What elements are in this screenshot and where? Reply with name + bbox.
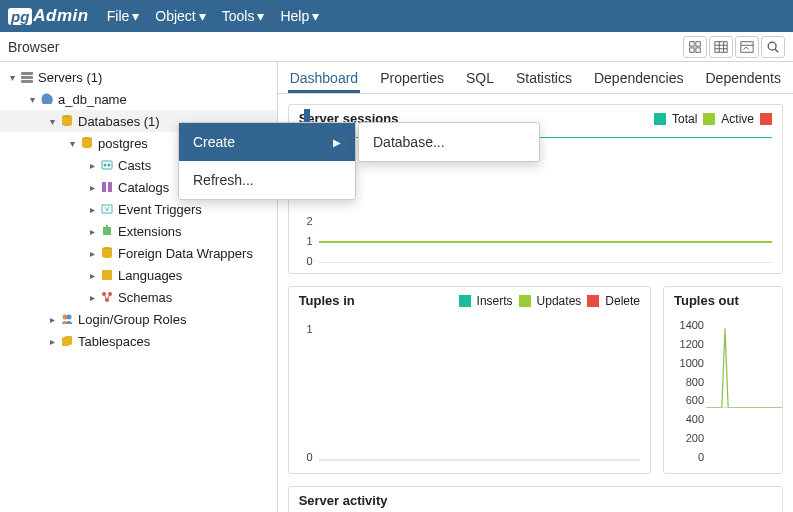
ctx-database[interactable]: Database... <box>359 123 539 161</box>
expand-icon: ▸ <box>86 270 98 281</box>
ytick: 800 <box>670 376 704 388</box>
svg-rect-15 <box>21 80 33 83</box>
event-triggers-icon <box>98 202 116 216</box>
tuples-out-plot <box>706 319 782 408</box>
expand-icon: ▸ <box>86 160 98 171</box>
ytick: 1 <box>297 323 313 335</box>
legend-updates-swatch <box>519 295 531 307</box>
tree-schemas[interactable]: ▸Schemas <box>0 286 277 308</box>
tool-grid-icon[interactable] <box>709 36 733 58</box>
browser-toolbar <box>683 36 785 58</box>
expand-icon: ▸ <box>86 248 98 259</box>
svg-rect-27 <box>102 270 112 280</box>
context-menu: Create ▶ Refresh... <box>178 122 356 200</box>
ytick: 200 <box>670 432 704 444</box>
legend-inserts-swatch <box>459 295 471 307</box>
collapse-icon: ▾ <box>6 72 18 83</box>
sessions-legend: Total Active <box>654 112 772 126</box>
tablespaces-icon <box>58 334 76 348</box>
ytick: 1200 <box>670 338 704 350</box>
svg-rect-24 <box>103 227 111 235</box>
panel-tuples-in: Tuples in Inserts Updates Delete 1 0 <box>288 286 651 474</box>
tool-search-icon[interactable] <box>761 36 785 58</box>
tab-properties[interactable]: Properties <box>378 63 446 93</box>
database-icon <box>58 114 76 128</box>
tree-extensions[interactable]: ▸Extensions <box>0 220 277 242</box>
panel-title: Tuples out <box>674 293 739 308</box>
expand-icon: ▸ <box>86 204 98 215</box>
tree-login-roles[interactable]: ▸Login/Group Roles <box>0 308 277 330</box>
chevron-down-icon: ▾ <box>257 8 264 24</box>
svg-rect-0 <box>690 41 694 45</box>
menu-tools[interactable]: Tools▾ <box>222 8 265 24</box>
tuples-in-legend: Inserts Updates Delete <box>459 294 640 308</box>
catalogs-icon <box>98 180 116 194</box>
tree-fdw[interactable]: ▸Foreign Data Wrappers <box>0 242 277 264</box>
fdw-icon <box>98 246 116 260</box>
svg-rect-2 <box>690 47 694 51</box>
menu-object[interactable]: Object▾ <box>155 8 205 24</box>
svg-rect-13 <box>21 72 33 75</box>
legend-total-swatch <box>654 113 666 125</box>
ytick: 1 <box>297 235 313 247</box>
tool-properties-icon[interactable] <box>683 36 707 58</box>
tab-dependencies[interactable]: Dependencies <box>592 63 686 93</box>
expand-icon: ▸ <box>86 182 98 193</box>
svg-point-19 <box>104 164 107 167</box>
collapse-icon: ▾ <box>46 116 58 127</box>
ytick: 0 <box>670 451 704 463</box>
tab-statistics[interactable]: Statistics <box>514 63 574 93</box>
logo-badge: pg <box>8 8 32 25</box>
languages-icon <box>98 268 116 282</box>
svg-rect-9 <box>741 41 753 52</box>
extensions-icon <box>98 224 116 238</box>
menubar: pg Admin File▾ Object▾ Tools▾ Help▾ <box>0 0 793 32</box>
login-roles-icon <box>58 312 76 326</box>
tree-event-triggers[interactable]: ▸Event Triggers <box>0 198 277 220</box>
svg-point-34 <box>67 315 72 320</box>
elephant-icon <box>38 92 56 106</box>
ctx-create[interactable]: Create ▶ <box>179 123 355 161</box>
ytick: 1000 <box>670 357 704 369</box>
svg-point-20 <box>108 164 111 167</box>
browser-title: Browser <box>8 39 59 55</box>
legend-red-swatch <box>760 113 772 125</box>
ctx-refresh[interactable]: Refresh... <box>179 161 355 199</box>
menu-file[interactable]: File▾ <box>107 8 140 24</box>
tab-dashboard[interactable]: Dashboard <box>288 63 361 93</box>
panel-server-activity: Server activity <box>288 486 783 512</box>
context-submenu: Database... <box>358 122 540 162</box>
svg-rect-25 <box>106 225 108 228</box>
svg-rect-21 <box>102 182 106 192</box>
ytick: 0 <box>297 451 313 463</box>
server-group-icon <box>18 70 36 84</box>
expand-icon: ▸ <box>46 336 58 347</box>
chevron-down-icon: ▾ <box>132 8 139 24</box>
collapse-icon: ▾ <box>66 138 78 149</box>
tree-tablespaces[interactable]: ▸Tablespaces <box>0 330 277 352</box>
logo-text: Admin <box>33 6 88 26</box>
schemas-icon <box>98 290 116 304</box>
svg-rect-14 <box>21 76 33 79</box>
tab-sql[interactable]: SQL <box>464 63 496 93</box>
expand-icon: ▸ <box>86 226 98 237</box>
ytick: 2 <box>297 215 313 227</box>
tree-server[interactable]: ▾a_db_name <box>0 88 277 110</box>
tree-servers[interactable]: ▾Servers (1) <box>0 66 277 88</box>
app-logo: pg Admin <box>8 6 89 26</box>
ytick: 600 <box>670 394 704 406</box>
ytick: 1400 <box>670 319 704 331</box>
tool-filter-icon[interactable] <box>735 36 759 58</box>
tab-dependents[interactable]: Dependents <box>703 63 783 93</box>
legend-active-swatch <box>703 113 715 125</box>
browser-header: Browser <box>0 32 793 62</box>
svg-rect-3 <box>696 47 700 51</box>
panel-title: Server activity <box>299 493 388 508</box>
database-icon <box>78 136 96 150</box>
casts-icon <box>98 158 116 172</box>
panel-title: Tuples in <box>299 293 355 308</box>
chevron-down-icon: ▾ <box>312 8 319 24</box>
ytick: 400 <box>670 413 704 425</box>
tree-languages[interactable]: ▸Languages <box>0 264 277 286</box>
menu-help[interactable]: Help▾ <box>280 8 319 24</box>
